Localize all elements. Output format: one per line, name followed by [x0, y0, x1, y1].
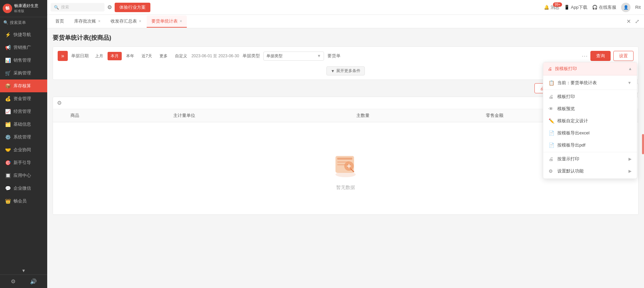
dropdown-item-template-print[interactable]: 🖨 模板打印	[543, 91, 637, 103]
topbar-search[interactable]: 🔍 搜索	[51, 3, 105, 11]
date-btn-prev[interactable]: 上月	[92, 52, 106, 60]
more-options-icon[interactable]: ⋯	[582, 52, 588, 60]
dropdown-body: 📋 当前：要货单统计表 ▼ 🖨 模板打印 👁 模板预览	[543, 75, 637, 179]
avatar-icon: 👤	[623, 5, 628, 10]
date-btn-custom[interactable]: 自定义	[172, 52, 190, 60]
sidebar-item-guide[interactable]: 🎯 新手引导	[0, 156, 47, 169]
empty-illustration	[329, 146, 362, 181]
date-buttons: 上月 本月 本年 近7天 更多 自定义 2023-06-01 至 2023-06…	[92, 52, 239, 60]
query-button[interactable]: 查询	[590, 51, 611, 61]
sidebar-search[interactable]: 🔍 搜索菜单	[0, 17, 47, 28]
page-title: 要货单统计表(按商品)	[53, 34, 639, 42]
customer-service-button[interactable]: 🎧 在线客服	[592, 4, 616, 10]
service-icon: 🎧	[592, 5, 597, 10]
doc-type-select[interactable]: 单据类型 ▼	[263, 52, 324, 61]
sidebar-nav: ⚡ 快捷导航 📢 营销推广 📊 销售管理 🛒 采购管理 📦 库存核算 💰 资金管…	[0, 28, 47, 267]
sidebar-item-system[interactable]: ⚙️ 系统管理	[0, 131, 47, 143]
app-logo: 畅 畅康通好生意 标准版	[0, 0, 47, 17]
tab-requisition-stats[interactable]: 要货单统计表 ×	[147, 15, 187, 28]
dropdown-item-template-custom[interactable]: ✏️ 模板自定义设计	[543, 115, 637, 127]
finance-icon: 💰	[5, 96, 11, 102]
notification-badge: 99+	[553, 2, 562, 7]
sidebar-item-sales[interactable]: 📊 销售管理	[0, 54, 47, 67]
dropdown-item-template-excel[interactable]: 📄 按模板导出excel	[543, 127, 637, 139]
sidebar: 畅 畅康通好生意 标准版 🔍 搜索菜单 ⚡ 快捷导航 📢 营销推广 📊 销售管理…	[0, 0, 47, 288]
tab-close-inventory-batch[interactable]: ×	[98, 19, 100, 24]
print-dropdown: 🖨 按模板打印 ▲ 📋 当前：要货单统计表 ▼ 🖨	[543, 62, 637, 179]
dropdown-default-func[interactable]: ⚙ 设置默认功能 ▶	[543, 165, 637, 177]
template-custom-icon: ✏️	[549, 118, 554, 124]
tabbar-actions: ✕ ⤢	[625, 18, 641, 25]
username[interactable]: Rit	[635, 5, 641, 10]
dropdown-arrow-icon: ▼	[317, 54, 321, 58]
trial-button[interactable]: 体验行业方案	[115, 3, 150, 12]
notification-icon: 🔔	[544, 5, 549, 10]
tab-inventory-batch[interactable]: 库存批次账 ×	[69, 15, 105, 28]
expand-more-btn[interactable]: ▼ 展开更多条件	[326, 66, 365, 75]
date-btn-more[interactable]: 更多	[156, 52, 171, 60]
app-name: 畅康通好生意	[14, 3, 38, 9]
audio-footer-icon[interactable]: 🔊	[30, 278, 37, 285]
table-settings-icon[interactable]: ⚙	[57, 100, 62, 106]
system-icon: ⚙️	[5, 134, 11, 140]
col-quantity: 主数量	[352, 109, 482, 122]
sidebar-item-wecom[interactable]: 💬 企业微信	[0, 182, 47, 195]
settings-footer-icon[interactable]: ⚙	[11, 278, 16, 285]
tab-close-requisition-stats[interactable]: ×	[180, 19, 182, 24]
dropdown-print-icon: 🖨	[548, 66, 552, 71]
divider-1	[543, 90, 637, 90]
dropdown-item-template-pdf[interactable]: 📄 按模板导出pdf	[543, 139, 637, 151]
sidebar-item-collab[interactable]: 🤝 企业协同	[0, 143, 47, 156]
col-settings	[53, 109, 66, 122]
filter-expand-icon[interactable]: »	[58, 51, 68, 61]
notifications-button[interactable]: 🔔 消息 99+	[544, 4, 559, 10]
req-type-label: 要货单	[327, 53, 341, 59]
tab-receivables-summary[interactable]: 收发存汇总表 ×	[106, 15, 146, 28]
main-content: 🔍 搜索 ⚙ 体验行业方案 🔔 消息 99+ 📱 App下载 🎧 在线客服 👤	[47, 0, 644, 288]
tab-expand-button[interactable]: ⤢	[634, 18, 641, 25]
date-btn-7days[interactable]: 近7天	[139, 52, 155, 60]
sidebar-item-purchase[interactable]: 🛒 采购管理	[0, 67, 47, 79]
sidebar-item-member[interactable]: 👑 畅会员	[0, 195, 47, 207]
page-content: 要货单统计表(按商品) » 单据日期 上月 本月 本年 近7天 更多 自定义 2…	[47, 28, 644, 288]
current-expand-icon: ▼	[627, 81, 632, 85]
template-print-icon: 🖨	[549, 94, 554, 99]
dropdown-current-template[interactable]: 📋 当前：要货单统计表 ▼	[543, 77, 637, 89]
sidebar-item-apps[interactable]: 🔲 应用中心	[0, 169, 47, 182]
sidebar-footer: ⚙ 🔊	[0, 275, 47, 288]
dropdown-header: 🖨 按模板打印 ▲	[543, 62, 637, 75]
sidebar-item-quick-nav[interactable]: ⚡ 快捷导航	[0, 28, 47, 41]
marketing-icon: 📢	[5, 44, 11, 51]
sidebar-item-operations[interactable]: 📈 经营管理	[0, 105, 47, 118]
date-btn-year[interactable]: 本年	[123, 52, 137, 60]
date-btn-curr[interactable]: 本月	[108, 52, 122, 60]
sidebar-item-finance[interactable]: 💰 资金管理	[0, 92, 47, 105]
inventory-icon: 📦	[5, 83, 11, 89]
app-download-button[interactable]: 📱 App下载	[564, 4, 587, 10]
purchase-icon: 🛒	[5, 70, 11, 76]
default-func-icon: ⚙	[549, 168, 554, 174]
sidebar-item-inventory[interactable]: 📦 库存核算	[0, 79, 47, 92]
dropdown-display-print[interactable]: 🖨 按显示打印 ▶	[543, 153, 637, 165]
tab-close-all-button[interactable]: ✕	[625, 18, 632, 25]
filter-actions: ⋯ 查询 设置	[582, 51, 634, 61]
scroll-indicator	[642, 134, 644, 154]
empty-svg	[329, 146, 362, 180]
base-icon: 🗂️	[5, 121, 11, 127]
sidebar-scroll-down[interactable]: ▼	[0, 267, 47, 275]
expand-more-icon: ▼	[331, 69, 335, 73]
member-icon: 👑	[5, 198, 11, 204]
app-badge: 标准版	[14, 9, 38, 13]
display-print-icon: 🖨	[549, 156, 554, 162]
dropdown-item-template-preview[interactable]: 👁 模板预览	[543, 103, 637, 115]
user-avatar[interactable]: 👤	[621, 3, 631, 12]
settings-button[interactable]: 设置	[613, 51, 634, 61]
dropdown-close-icon[interactable]: ▲	[628, 66, 632, 71]
tab-home[interactable]: 首页	[51, 15, 69, 28]
topbar-gear-icon[interactable]: ⚙	[107, 4, 112, 10]
guide-icon: 🎯	[5, 160, 11, 166]
sidebar-item-base[interactable]: 🗂️ 基础信息	[0, 118, 47, 131]
tab-close-receivables-summary[interactable]: ×	[139, 19, 141, 24]
sidebar-item-marketing[interactable]: 📢 营销推广	[0, 41, 47, 54]
doc-type-label: 单据类型	[242, 53, 260, 59]
